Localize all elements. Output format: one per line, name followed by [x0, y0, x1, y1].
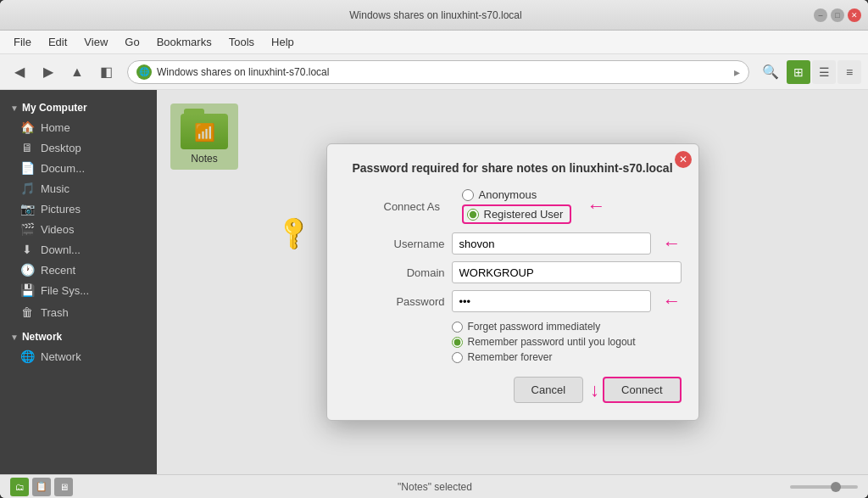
domain-input[interactable]	[452, 261, 682, 283]
sidebar-home-label: Home	[41, 121, 70, 134]
remember-logout-row: Remember password until you logout	[452, 336, 682, 348]
remember-forever-label: Remember forever	[468, 351, 553, 363]
slider-track	[790, 485, 858, 489]
anonymous-radio-row: Anonymous	[462, 188, 572, 201]
connect-as-row: Connect As Anonymous Registered User	[384, 188, 682, 224]
modal-overlay: ✕ Password required for share notes on l…	[157, 90, 868, 474]
menu-file[interactable]: File	[7, 32, 38, 52]
main-window: Windows shares on linuxhint-s70.local – …	[0, 0, 868, 498]
pictures-icon: 📷	[20, 202, 34, 215]
address-bar[interactable]: 🌐 Windows shares on linuxhint-s70.local …	[127, 60, 749, 84]
sidebar-pictures-label: Pictures	[41, 203, 81, 215]
sidebar-item-filesystem[interactable]: 💾 File Sys...	[0, 280, 157, 300]
domain-row: Domain	[384, 261, 682, 283]
search-button[interactable]: 🔍	[758, 59, 783, 85]
sidebar-documents-label: Docum...	[41, 162, 85, 175]
compact-view-button[interactable]: ≡	[837, 60, 861, 84]
statusbar-icon-2[interactable]: 📋	[32, 478, 51, 496]
left-panel-toggle[interactable]: ◧	[93, 59, 119, 85]
window-title: Windows shares on linuxhint-s70.local	[58, 9, 814, 21]
view-buttons: ⊞ ☰ ≡	[787, 60, 861, 84]
arrow-connect-icon: ↓	[590, 379, 599, 401]
sidebar-trash-label: Trash	[41, 306, 69, 319]
sidebar-item-music[interactable]: 🎵 Music	[0, 178, 157, 199]
connect-button[interactable]: Connect	[603, 377, 681, 403]
connect-as-label: Connect As	[384, 200, 452, 213]
zoom-slider[interactable]	[790, 485, 858, 489]
modal-title: Password required for share notes on lin…	[344, 161, 682, 175]
remember-logout-radio[interactable]	[452, 337, 463, 348]
registered-user-radio[interactable]	[467, 209, 479, 221]
sidebar-item-home[interactable]: 🏠 Home	[0, 117, 157, 137]
password-dialog: ✕ Password required for share notes on l…	[326, 143, 699, 421]
sidebar-desktop-label: Desktop	[41, 142, 81, 154]
sidebar-item-trash[interactable]: 🗑 Trash	[0, 302, 157, 322]
cancel-button[interactable]: Cancel	[514, 377, 583, 403]
address-icon: 🌐	[136, 64, 152, 80]
menu-view[interactable]: View	[77, 32, 114, 52]
toolbar: ◀ ▶ ▲ ◧ 🌐 Windows shares on linuxhint-s7…	[0, 54, 868, 90]
arrow-password-icon: ←	[663, 290, 682, 312]
maximize-button[interactable]: □	[831, 8, 844, 22]
domain-label: Domain	[384, 266, 445, 279]
address-text: Windows shares on linuxhint-s70.local	[157, 66, 729, 78]
menu-edit[interactable]: Edit	[42, 32, 74, 52]
forward-button[interactable]: ▶	[36, 59, 61, 85]
arrow-registered-icon: ←	[587, 195, 605, 217]
close-button[interactable]: ✕	[848, 8, 861, 22]
sidebar-item-documents[interactable]: 📄 Docum...	[0, 158, 157, 178]
videos-icon: 🎬	[20, 222, 34, 236]
sidebar: ▼ My Computer 🏠 Home 🖥 Desktop 📄 Docum..…	[0, 90, 157, 474]
trash-icon: 🗑	[20, 305, 34, 319]
modal-buttons: Cancel ↓ Connect	[384, 377, 682, 403]
username-input[interactable]	[452, 232, 651, 255]
minimize-button[interactable]: –	[814, 8, 827, 22]
network-section-label: Network	[22, 331, 62, 343]
forget-radio[interactable]	[452, 322, 463, 333]
music-icon: 🎵	[20, 182, 34, 195]
sidebar-item-pictures[interactable]: 📷 Pictures	[0, 199, 157, 219]
sidebar-item-network[interactable]: 🌐 Network	[0, 346, 157, 367]
statusbar-icon-3[interactable]: 🖥	[54, 478, 73, 496]
sidebar-downloads-label: Downl...	[41, 243, 81, 256]
window-controls: – □ ✕	[814, 8, 861, 22]
modal-close-button[interactable]: ✕	[675, 151, 692, 168]
forget-label: Forget password immediately	[468, 321, 601, 333]
documents-icon: 📄	[20, 161, 34, 175]
list-view-button[interactable]: ☰	[812, 60, 836, 84]
desktop-icon: 🖥	[20, 141, 34, 154]
password-input[interactable]	[452, 290, 651, 312]
filesystem-icon: 💾	[20, 283, 34, 297]
sidebar-item-recent[interactable]: 🕐 Recent	[0, 260, 157, 280]
anonymous-radio[interactable]	[462, 189, 474, 201]
password-row: Password ←	[384, 290, 682, 312]
sidebar-item-videos[interactable]: 🎬 Videos	[0, 219, 157, 239]
remember-forever-row: Remember forever	[452, 351, 682, 363]
sidebar-item-downloads[interactable]: ⬇ Downl...	[0, 239, 157, 260]
sidebar-filesystem-label: File Sys...	[41, 284, 89, 297]
statusbar-icon-1[interactable]: 🗂	[10, 478, 29, 496]
menu-tools[interactable]: Tools	[222, 32, 261, 52]
main-panel: 📶 Notes ✕ Password required for share no…	[157, 90, 868, 474]
statusbar-text: "Notes" selected	[86, 481, 783, 493]
downloads-icon: ⬇	[20, 243, 34, 256]
slider-thumb[interactable]	[831, 482, 841, 492]
home-icon: 🏠	[20, 120, 34, 134]
remember-logout-label: Remember password until you logout	[468, 336, 636, 348]
menu-help[interactable]: Help	[264, 32, 301, 52]
sidebar-network-label: Network	[41, 350, 81, 363]
registered-user-label: Registered User	[484, 208, 564, 221]
address-dropdown-icon[interactable]: ▸	[734, 65, 740, 79]
menu-go[interactable]: Go	[118, 32, 146, 52]
network-section[interactable]: ▼ Network	[0, 326, 157, 346]
my-computer-section[interactable]: ▼ My Computer	[0, 97, 157, 117]
menubar: File Edit View Go Bookmarks Tools Help	[0, 31, 868, 54]
icon-view-button[interactable]: ⊞	[787, 60, 810, 84]
radio-options: Anonymous Registered User	[462, 188, 572, 224]
sidebar-item-desktop[interactable]: 🖥 Desktop	[0, 137, 157, 158]
menu-bookmarks[interactable]: Bookmarks	[150, 32, 219, 52]
remember-forever-radio[interactable]	[452, 352, 463, 363]
up-button[interactable]: ▲	[64, 59, 90, 85]
sidebar-recent-label: Recent	[41, 264, 75, 277]
back-button[interactable]: ◀	[7, 59, 32, 85]
